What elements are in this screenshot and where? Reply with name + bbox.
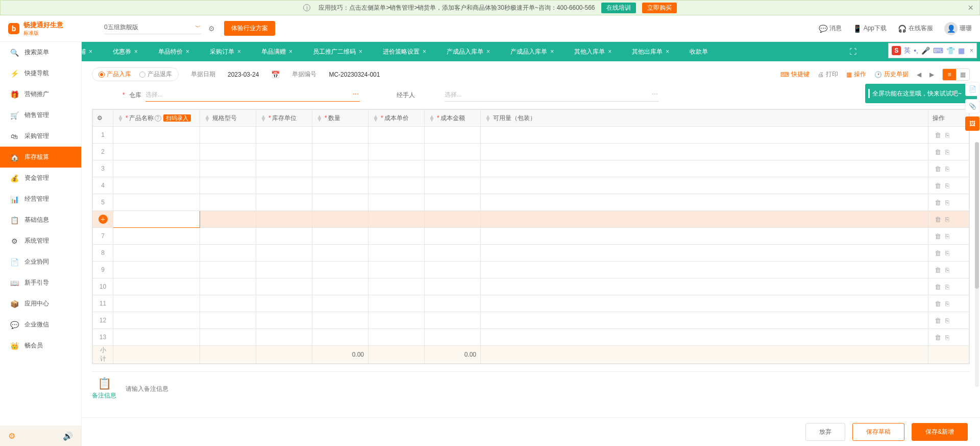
table-row[interactable]: 10🗑⎘ [93, 278, 969, 295]
ime-voice-icon[interactable]: 🎤 [921, 46, 930, 55]
save-new-button[interactable]: 保存&新增 [912, 423, 968, 441]
tab-receipt[interactable]: 收款单 [679, 42, 718, 61]
table-row[interactable]: 13🗑⎘ [93, 329, 969, 346]
close-icon[interactable]: × [359, 48, 362, 55]
copy-icon[interactable]: ⎘ [945, 283, 949, 291]
discard-button[interactable]: 放弃 [805, 423, 845, 441]
delete-icon[interactable]: 🗑 [935, 300, 941, 308]
close-icon[interactable]: × [550, 48, 554, 55]
customer-service-link[interactable]: 🎧在线客服 [898, 24, 933, 33]
table-row[interactable]: 12🗑⎘ [93, 312, 969, 329]
close-icon[interactable]: × [134, 48, 138, 55]
delete-icon[interactable]: 🗑 [935, 266, 941, 274]
promo-train-button[interactable]: 在线培训 [601, 3, 636, 13]
sidebar-item[interactable]: 📄企业协同 [0, 251, 81, 272]
table-row[interactable]: 1🗑⎘ [93, 127, 969, 144]
try-solution-button[interactable]: 体验行业方案 [224, 21, 275, 36]
app-download-link[interactable]: 📱App下载 [853, 24, 887, 33]
col-price[interactable]: ▲▼*成本单价 [369, 110, 425, 127]
ime-grid-icon[interactable]: ▦ [958, 46, 965, 55]
copy-icon[interactable]: ⎘ [945, 300, 949, 308]
close-icon[interactable]: × [237, 48, 241, 55]
delete-icon[interactable]: 🗑 [935, 317, 941, 324]
help-icon[interactable]: ? [155, 115, 161, 122]
radio-out[interactable]: 产品退库 [139, 70, 172, 79]
sidebar-item[interactable]: 📦应用中心 [0, 293, 81, 314]
copy-icon[interactable]: ⎘ [945, 131, 949, 139]
radio-in[interactable]: 产品入库 [99, 70, 131, 79]
next-button[interactable]: ▶ [929, 71, 934, 78]
promo-buy-button[interactable]: 立即购买 [642, 3, 677, 13]
fullscreen-icon[interactable]: ⛶ [849, 48, 856, 56]
view-list-icon[interactable]: ≡ [943, 69, 956, 80]
tab-qrcode[interactable]: 员工推广二维码× [303, 42, 373, 61]
tab-purchase[interactable]: 采购订单× [200, 42, 251, 61]
lookup-icon[interactable]: ⋯ [652, 90, 659, 99]
delete-icon[interactable]: 🗑 [935, 165, 941, 173]
tab-instock2[interactable]: 产成品入库单× [500, 42, 564, 61]
messages-link[interactable]: 💬消息 [819, 24, 842, 33]
ime-punct-icon[interactable]: •, [914, 46, 918, 55]
tab-otherout[interactable]: 其他出库单× [622, 42, 679, 61]
add-row-button[interactable]: + [99, 215, 108, 224]
sidebar-item[interactable]: 🏠库存核算 [0, 147, 81, 168]
close-icon[interactable]: × [608, 48, 611, 55]
sidebar-item[interactable]: 💬企业微信 [0, 314, 81, 335]
close-icon[interactable]: × [486, 48, 490, 55]
ime-keyboard-icon[interactable]: ⌨ [933, 46, 943, 55]
table-row[interactable]: 5🗑⎘ [93, 194, 969, 211]
close-icon[interactable]: × [423, 48, 426, 55]
copy-icon[interactable]: ⎘ [945, 165, 949, 173]
delete-icon[interactable]: 🗑 [935, 131, 941, 139]
copy-icon[interactable]: ⎘ [945, 317, 949, 324]
close-icon[interactable]: × [186, 48, 189, 55]
scrollbar-thumb[interactable] [975, 142, 979, 289]
sidebar-collapse-icon[interactable]: 🔊 [63, 431, 73, 441]
copy-icon[interactable]: ⎘ [945, 249, 949, 257]
delete-icon[interactable]: 🗑 [935, 182, 941, 190]
calendar-icon[interactable]: 📅 [271, 71, 280, 79]
lookup-icon[interactable]: ⋯ [353, 90, 360, 99]
operator-input[interactable]: 选择...⋯ [445, 88, 659, 102]
table-row[interactable]: +🗑⎘ [93, 211, 969, 228]
delete-icon[interactable]: 🗑 [935, 148, 941, 156]
col-spec[interactable]: ▲▼规格型号 [200, 110, 256, 127]
sidebar-item[interactable]: 📖新手引导 [0, 272, 81, 293]
table-row[interactable]: 9🗑⎘ [93, 262, 969, 278]
sidebar-item[interactable]: 📊经营管理 [0, 189, 81, 209]
sidebar-item[interactable]: 🔍搜索菜单 [0, 42, 81, 63]
user-menu[interactable]: 👤珊珊 [944, 22, 972, 35]
copy-icon[interactable]: ⎘ [945, 216, 949, 223]
close-icon[interactable]: × [89, 48, 92, 55]
sidebar-item[interactable]: 👑畅会员 [0, 335, 81, 356]
delete-icon[interactable]: 🗑 [935, 334, 941, 341]
close-icon[interactable]: × [289, 48, 292, 55]
sidebar-item[interactable]: ⚡快捷导航 [0, 63, 81, 84]
close-icon[interactable]: × [666, 48, 669, 55]
sidebar-item[interactable]: 💰资金管理 [0, 168, 81, 189]
sidebar-item[interactable]: 🛍采购管理 [0, 126, 81, 147]
delete-icon[interactable]: 🗑 [935, 232, 941, 240]
col-unit[interactable]: ▲▼*库存单位 [256, 110, 312, 127]
promo-close-icon[interactable]: × [968, 3, 973, 13]
hotkey-button[interactable]: ⌨快捷键 [780, 70, 810, 79]
ops-button[interactable]: ▦操作 [846, 70, 866, 79]
delete-icon[interactable]: 🗑 [935, 199, 941, 206]
shop-selector[interactable]: 0五组旗舰版 ﹀ [104, 23, 201, 34]
sidebar-item[interactable]: ⚙系统管理 [0, 230, 81, 251]
save-draft-button[interactable]: 保存草稿 [852, 423, 904, 441]
sidebar-item[interactable]: 📋基础信息 [0, 209, 81, 230]
table-row[interactable]: 11🗑⎘ [93, 295, 969, 312]
table-row[interactable]: 8🗑⎘ [93, 245, 969, 262]
table-row[interactable]: 7🗑⎘ [93, 228, 969, 245]
date-value[interactable]: 2023-03-24 [228, 71, 259, 78]
tab-special[interactable]: 单品特价× [148, 42, 200, 61]
rail-image-icon[interactable]: 🖼 [965, 116, 979, 131]
col-name[interactable]: ▲▼*产品名称?扫码录入 [113, 110, 200, 127]
delete-icon[interactable]: 🗑 [935, 283, 941, 291]
delete-icon[interactable]: 🗑 [935, 216, 941, 223]
table-row[interactable]: 4🗑⎘ [93, 177, 969, 194]
print-button[interactable]: 🖨打印 [818, 70, 838, 79]
ime-lang[interactable]: 英 [904, 46, 911, 55]
col-qty[interactable]: ▲▼*数量 [312, 110, 369, 127]
